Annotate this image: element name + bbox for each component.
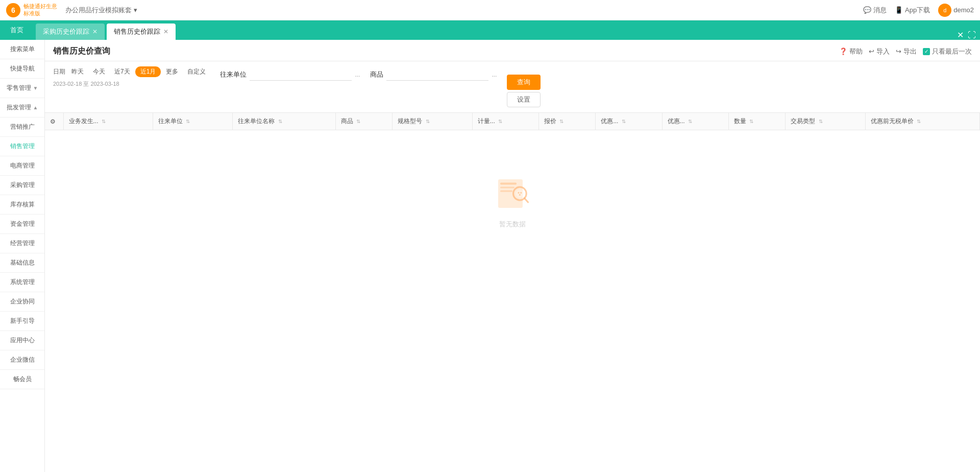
svg-point-8 [520,192,522,194]
table-col-quantity[interactable]: 数量 ⇅ [728,113,785,130]
filter-bar: 日期 昨天 今天 近7天 近1月 更多 自定义 2023-02-18 至 202… [45,61,980,113]
sidebar-item-ecommerce-mgmt[interactable]: 电商管理 [0,156,44,176]
close-all-tabs-btn[interactable]: ✕ [957,30,964,40]
sort-icon-quote: ⇅ [559,119,564,124]
partner-ellipsis[interactable]: ... [355,71,360,78]
empty-state-row: 暂无数据 [45,130,980,270]
table-col-partner-code[interactable]: 往来单位 ⇅ [153,113,233,130]
table-header-row: ⚙ 业务发生... ⇅ 往来单位 ⇅ 往来单位名称 ⇅ [45,113,980,130]
top-bar: 6 畅捷通好生意 标准版 办公用品行业模拟账套 ▾ 💬 消息 📱 App下载 d… [0,0,980,20]
table-col-discount2[interactable]: 优惠... ⇅ [662,113,728,130]
tab-purchase-history-close[interactable]: ✕ [92,28,97,35]
tab-home[interactable]: 首页 [0,20,34,40]
date-range-display: 2023-02-18 至 2023-03-18 [53,80,210,88]
date-btn-7days[interactable]: 近7天 [110,66,134,77]
tab-sales-history-close[interactable]: ✕ [163,28,168,35]
table-col-pretax-price[interactable]: 优惠前无税单价 ⇅ [865,113,979,130]
sort-icon-partner-code: ⇅ [186,119,190,124]
user-name-label: demo2 [953,6,974,14]
dropdown-icon: ▾ [134,6,137,14]
avatar: d [938,4,951,17]
svg-point-7 [518,192,519,194]
sidebar-item-quick-nav[interactable]: 快捷导航 [0,59,44,79]
table-col-product[interactable]: 商品 ⇅ [335,113,392,130]
sidebar-item-marketing[interactable]: 营销推广 [0,117,44,137]
table-col-quote[interactable]: 报价 ⇅ [539,113,596,130]
tab-purchase-history-label: 采购历史价跟踪 [43,27,89,36]
table-col-trade-type[interactable]: 交易类型 ⇅ [786,113,866,130]
tab-sales-history[interactable]: 销售历史价跟踪 ✕ [107,23,176,40]
svg-rect-2 [500,186,514,188]
sidebar-item-new-guide[interactable]: 新手引导 [0,312,44,331]
sidebar-item-system-mgmt[interactable]: 系统管理 [0,273,44,292]
table-col-partner-name[interactable]: 往来单位名称 ⇅ [233,113,336,130]
table-col-spec[interactable]: 规格型号 ⇅ [393,113,473,130]
date-btn-today[interactable]: 今天 [89,66,109,77]
sidebar-item-retail-mgmt[interactable]: 零售管理 ▼ [0,79,44,98]
system-mgmt-label: 系统管理 [10,278,35,287]
sidebar-item-sales-mgmt[interactable]: 销售管理 [0,137,44,156]
tab-purchase-history[interactable]: 采购历史价跟踪 ✕ [36,23,105,40]
fullscreen-btn[interactable]: ⛶ [968,31,976,40]
product-filter-label: 商品 [370,70,383,79]
sidebar-item-finance-mgmt[interactable]: 资金管理 [0,215,44,234]
settings-button[interactable]: 设置 [507,92,541,107]
vip-label: 畅会员 [13,375,32,384]
table-col-settings[interactable]: ⚙ [45,113,63,130]
date-filter-group: 日期 昨天 今天 近7天 近1月 更多 自定义 2023-02-18 至 202… [53,66,210,88]
user-area[interactable]: d demo2 [938,4,974,17]
sidebar-item-basic-info[interactable]: 基础信息 [0,253,44,273]
download-icon: 📱 [895,6,903,14]
table-col-biz-date[interactable]: 业务发生... ⇅ [63,113,153,130]
help-btn[interactable]: ❓ 帮助 [839,47,863,56]
svg-rect-3 [500,191,512,192]
partner-filter-input[interactable] [250,68,352,81]
date-btn-yesterday[interactable]: 昨天 [67,66,88,77]
only-last-checkbox[interactable]: ✓ 只看最后一次 [923,47,972,56]
query-button[interactable]: 查询 [507,75,541,90]
search-menu-label: 搜索菜单 [10,45,35,54]
app-center-label: 应用中心 [10,336,35,345]
logo-text: 畅捷通好生意 标准版 [23,3,57,16]
message-btn[interactable]: 💬 消息 [863,6,887,15]
sidebar-item-wholesale-mgmt[interactable]: 批发管理 ▲ [0,98,44,117]
app-selector[interactable]: 办公用品行业模拟账套 ▾ [61,4,141,17]
import-icon: ↩ [869,48,874,55]
logo-icon: 6 [6,3,20,17]
sidebar-item-operation-mgmt[interactable]: 经营管理 [0,234,44,253]
import-btn[interactable]: ↩ 导入 [869,47,890,56]
date-btn-more[interactable]: 更多 [162,66,182,77]
data-table: ⚙ 业务发生... ⇅ 往来单位 ⇅ 往来单位名称 ⇅ [45,113,980,270]
sidebar-item-app-center[interactable]: 应用中心 [0,331,44,350]
sidebar-item-enterprise-wechat[interactable]: 企业微信 [0,350,44,370]
sidebar-item-inventory[interactable]: 库存核算 [0,195,44,215]
tab-home-label: 首页 [10,26,23,35]
message-icon: 💬 [863,6,871,14]
table-col-discount1[interactable]: 优惠... ⇅ [596,113,662,130]
sort-icon-pretax-price: ⇅ [917,119,921,124]
sort-icon-discount1: ⇅ [622,119,626,124]
content-area: 销售历史价查询 ❓ 帮助 ↩ 导入 ↪ 导出 ✓ 只看最后一次 [45,40,980,472]
sidebar-item-search-menu[interactable]: 搜索菜单 [0,40,44,59]
sort-icon-spec: ⇅ [426,119,430,124]
app-download-btn[interactable]: 📱 App下载 [895,6,930,15]
sidebar-item-purchase-mgmt[interactable]: 采购管理 [0,176,44,195]
date-filter-label: 日期 [53,67,65,76]
sidebar-item-vip[interactable]: 畅会员 [0,370,44,389]
date-btn-custom[interactable]: 自定义 [183,66,210,77]
export-btn[interactable]: ↪ 导出 [896,47,917,56]
sidebar-item-enterprise-collab[interactable]: 企业协同 [0,292,44,312]
product-filter-input[interactable] [386,68,488,81]
date-btn-1month[interactable]: 近1月 [135,66,161,77]
enterprise-collab-label: 企业协同 [10,297,35,306]
sort-icon-quantity: ⇅ [749,119,753,124]
only-last-label: 只看最后一次 [932,47,972,56]
main-layout: 搜索菜单 快捷导航 零售管理 ▼ 批发管理 ▲ 营销推广 销售管理 电商管理 采… [0,40,980,472]
sort-icon-partner-name: ⇅ [278,119,282,124]
product-ellipsis[interactable]: ... [492,71,497,78]
svg-point-5 [516,190,524,198]
table-col-unit[interactable]: 计量... ⇅ [472,113,538,130]
tab-sales-history-label: 销售历史价跟踪 [114,27,160,36]
page-header: 销售历史价查询 ❓ 帮助 ↩ 导入 ↪ 导出 ✓ 只看最后一次 [45,40,980,61]
sort-icon-trade-type: ⇅ [819,119,823,124]
